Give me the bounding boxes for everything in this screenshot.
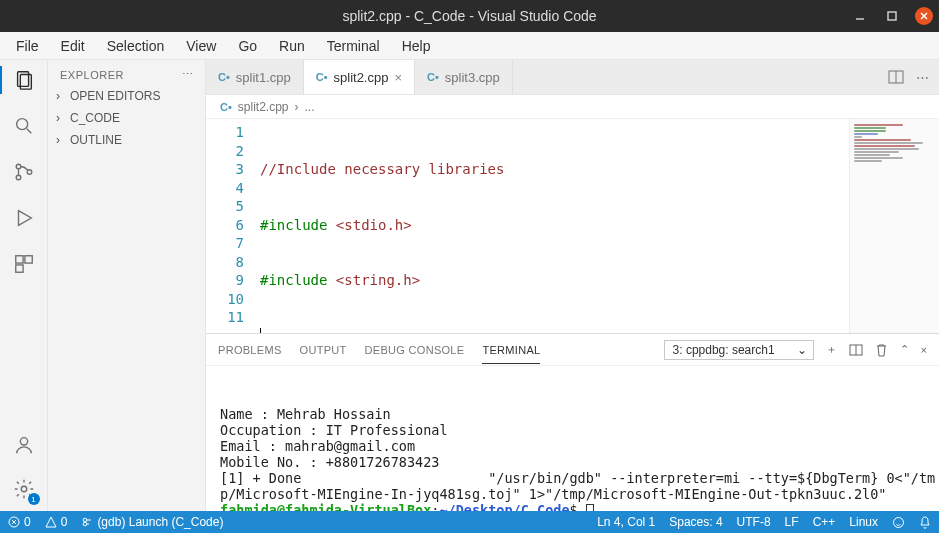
split-editor-icon[interactable]: [888, 69, 904, 85]
svg-point-6: [27, 170, 32, 175]
status-os[interactable]: Linux: [849, 515, 878, 529]
tab-split2[interactable]: C• split2.cpp ×: [304, 60, 415, 94]
sidebar-folder[interactable]: › C_CODE: [48, 107, 205, 129]
terminal[interactable]: Name : Mehrab HossainOccupation : IT Pro…: [206, 366, 939, 511]
tab-split3[interactable]: C• split3.cpp: [415, 60, 513, 94]
panel-tab-output[interactable]: OUTPUT: [300, 344, 347, 356]
status-encoding[interactable]: UTF-8: [737, 515, 771, 529]
svg-rect-0: [888, 12, 896, 20]
maximize-button[interactable]: [883, 7, 901, 25]
svg-rect-8: [24, 256, 31, 263]
editor-tabs: C• split1.cpp C• split2.cpp × C• split3.…: [206, 60, 939, 95]
cpp-file-icon: C•: [427, 71, 439, 83]
sidebar-outline[interactable]: › OUTLINE: [48, 129, 205, 151]
editor-more-icon[interactable]: ⋯: [916, 70, 929, 85]
svg-point-11: [21, 486, 27, 492]
chevron-right-icon: ›: [295, 100, 299, 114]
sidebar-title: EXPLORER: [60, 69, 124, 81]
close-tab-icon[interactable]: ×: [394, 70, 402, 85]
menu-help[interactable]: Help: [392, 36, 441, 56]
status-spaces[interactable]: Spaces: 4: [669, 515, 722, 529]
status-lang[interactable]: C++: [813, 515, 836, 529]
code-editor[interactable]: 1 2 3 4 5 6 7 8 9 10 11 //Include necess…: [206, 119, 939, 333]
panel-tab-terminal[interactable]: TERMINAL: [482, 344, 540, 364]
menu-go[interactable]: Go: [228, 36, 267, 56]
menu-selection[interactable]: Selection: [97, 36, 175, 56]
explorer-icon[interactable]: [10, 66, 38, 94]
minimize-button[interactable]: [851, 7, 869, 25]
search-icon[interactable]: [10, 112, 38, 140]
svg-point-10: [20, 438, 27, 445]
status-eol[interactable]: LF: [785, 515, 799, 529]
sidebar-open-editors[interactable]: › OPEN EDITORS: [48, 85, 205, 107]
titlebar: split2.cpp - C_Code - Visual Studio Code: [0, 0, 939, 32]
status-errors[interactable]: 0: [8, 515, 31, 529]
code-content[interactable]: //Include necessary libraries #include <…: [256, 119, 939, 333]
menu-edit[interactable]: Edit: [51, 36, 95, 56]
cpp-file-icon: C•: [218, 71, 230, 83]
terminal-selector[interactable]: 3: cppdbg: search1: [664, 340, 814, 360]
split-terminal-icon[interactable]: [849, 343, 863, 357]
chevron-right-icon: ›: [56, 89, 66, 103]
run-debug-icon[interactable]: [10, 204, 38, 232]
panel-tab-debugconsole[interactable]: DEBUG CONSOLE: [365, 344, 465, 356]
close-panel-icon[interactable]: ×: [921, 344, 927, 356]
svg-rect-7: [15, 256, 22, 263]
panel: PROBLEMS OUTPUT DEBUG CONSOLE TERMINAL 3…: [206, 333, 939, 511]
menu-terminal[interactable]: Terminal: [317, 36, 390, 56]
extensions-icon[interactable]: [10, 250, 38, 278]
breadcrumbs[interactable]: C• split2.cpp › ...: [206, 95, 939, 119]
svg-point-4: [16, 164, 21, 169]
activity-bar: [0, 60, 48, 511]
menubar: File Edit Selection View Go Run Terminal…: [0, 32, 939, 60]
menu-run[interactable]: Run: [269, 36, 315, 56]
sidebar-more-icon[interactable]: ⋯: [182, 68, 194, 81]
status-feedback-icon[interactable]: [892, 516, 905, 529]
new-terminal-icon[interactable]: ＋: [826, 342, 837, 357]
menu-file[interactable]: File: [6, 36, 49, 56]
svg-point-15: [84, 518, 88, 522]
cpp-file-icon: C•: [316, 71, 328, 83]
status-lncol[interactable]: Ln 4, Col 1: [597, 515, 655, 529]
kill-terminal-icon[interactable]: [875, 343, 888, 357]
svg-point-5: [16, 175, 21, 180]
statusbar: 0 0 (gdb) Launch (C_Code) Ln 4, Col 1 Sp…: [0, 511, 939, 533]
svg-point-16: [84, 522, 88, 526]
sidebar: EXPLORER ⋯ › OPEN EDITORS › C_CODE › OUT…: [48, 60, 206, 511]
chevron-right-icon: ›: [56, 133, 66, 147]
tab-split1[interactable]: C• split1.cpp: [206, 60, 304, 94]
window-title: split2.cpp - C_Code - Visual Studio Code: [342, 8, 596, 24]
source-control-icon[interactable]: [10, 158, 38, 186]
svg-rect-9: [15, 265, 22, 272]
chevron-right-icon: ›: [56, 111, 66, 125]
accounts-icon[interactable]: [10, 431, 38, 459]
svg-point-17: [894, 517, 904, 527]
line-numbers: 1 2 3 4 5 6 7 8 9 10 11: [206, 119, 256, 333]
svg-point-3: [16, 119, 27, 130]
menu-view[interactable]: View: [176, 36, 226, 56]
close-button[interactable]: [915, 7, 933, 25]
panel-tab-problems[interactable]: PROBLEMS: [218, 344, 282, 356]
status-bell-icon[interactable]: [919, 516, 931, 529]
status-launch[interactable]: (gdb) Launch (C_Code): [81, 515, 223, 529]
minimap[interactable]: [849, 119, 939, 333]
status-warnings[interactable]: 0: [45, 515, 68, 529]
collapse-panel-icon[interactable]: ⌃: [900, 343, 909, 356]
settings-gear-icon[interactable]: [10, 475, 38, 503]
cpp-file-icon: C•: [220, 101, 232, 113]
